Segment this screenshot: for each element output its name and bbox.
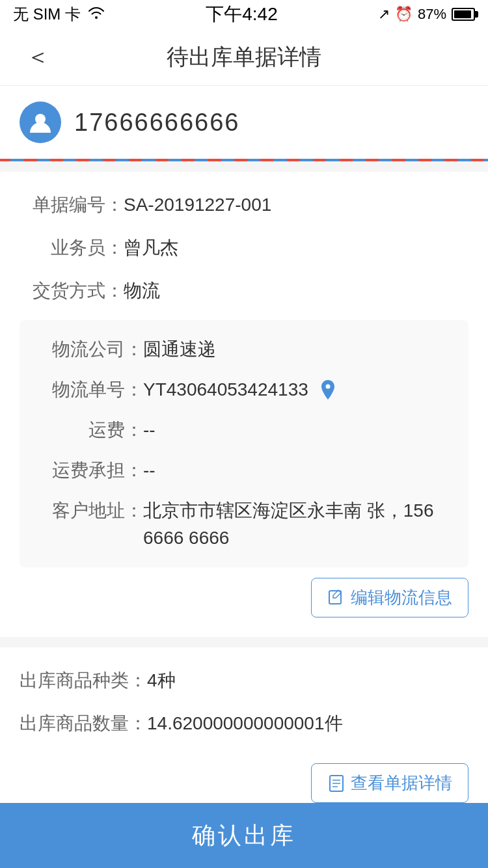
sales-person-row: 业务员： 曾凡杰 xyxy=(20,234,468,262)
logistics-company-row: 物流公司： 圆通速递 xyxy=(39,336,449,363)
battery-label: 87% xyxy=(418,6,446,23)
alarm-icon: ⏰ xyxy=(395,6,413,23)
delivery-method-label: 交货方式： xyxy=(20,277,124,305)
sales-person-value: 曾凡杰 xyxy=(124,234,468,262)
location-service-icon: ↗ xyxy=(378,6,390,23)
edit-icon xyxy=(327,589,346,607)
tracking-no-label: 物流单号： xyxy=(39,376,143,403)
freight-label: 运费： xyxy=(39,416,143,444)
customer-phone: 17666666666 xyxy=(74,109,239,137)
address-label: 客户地址： xyxy=(39,497,143,524)
view-detail-button[interactable]: 查看单据详情 xyxy=(311,763,468,803)
goods-type-label: 出库商品种类： xyxy=(20,667,147,694)
delivery-method-row: 交货方式： 物流 xyxy=(20,277,468,305)
goods-type-value: 4种 xyxy=(147,667,468,694)
edit-logistics-button[interactable]: 编辑物流信息 xyxy=(311,578,468,617)
status-left: 无 SIM 卡 xyxy=(13,4,105,25)
logistics-company-label: 物流公司： xyxy=(39,336,143,363)
detail-button-row: 查看单据详情 xyxy=(20,753,468,803)
logistics-company-value: 圆通速递 xyxy=(143,336,449,363)
confirm-button-label: 确认出库 xyxy=(192,820,296,852)
status-right: ↗ ⏰ 87% xyxy=(378,6,475,23)
freight-value: -- xyxy=(143,416,449,444)
customer-header: 17666666666 xyxy=(0,86,488,161)
freight-bearer-row: 运费承担： -- xyxy=(39,457,449,484)
sales-person-label: 业务员： xyxy=(20,234,124,262)
document-no-row: 单据编号： SA-20191227-001 xyxy=(20,191,468,219)
document-icon xyxy=(327,774,346,793)
avatar xyxy=(20,102,61,143)
logistics-card: 物流公司： 圆通速递 物流单号： YT43064053424133 运费： --… xyxy=(20,320,468,567)
freight-bearer-label: 运费承担： xyxy=(39,457,143,484)
page-title: 待出库单据详情 xyxy=(167,42,321,72)
freight-row: 运费： -- xyxy=(39,416,449,444)
edit-button-row: 编辑物流信息 xyxy=(20,567,468,617)
tracking-no-value: YT43064053424133 xyxy=(143,376,449,403)
carrier-label: 无 SIM 卡 xyxy=(13,4,81,25)
address-row: 客户地址： 北京市市辖区海淀区永丰南 张，156 6666 6666 xyxy=(39,497,449,552)
freight-bearer-value: -- xyxy=(143,457,449,484)
tracking-no-row: 物流单号： YT43064053424133 xyxy=(39,376,449,403)
confirm-area[interactable]: 确认出库 xyxy=(0,803,488,868)
delivery-method-value: 物流 xyxy=(124,277,468,305)
location-icon[interactable] xyxy=(316,378,340,401)
user-icon xyxy=(27,109,53,135)
document-no-label: 单据编号： xyxy=(20,191,124,219)
edit-logistics-label: 编辑物流信息 xyxy=(351,586,452,609)
status-time: 下午4:42 xyxy=(206,2,278,27)
battery-icon xyxy=(452,8,475,21)
address-value: 北京市市辖区海淀区永丰南 张，156 6666 6666 xyxy=(143,497,449,552)
wifi-icon xyxy=(87,6,105,23)
goods-section: 出库商品种类： 4种 出库商品数量： 14.620000000000001件 查… xyxy=(0,647,488,822)
goods-type-row: 出库商品种类： 4种 xyxy=(20,667,468,694)
goods-quantity-value: 14.620000000000001件 xyxy=(147,710,468,737)
goods-quantity-row: 出库商品数量： 14.620000000000001件 xyxy=(20,710,468,737)
view-detail-label: 查看单据详情 xyxy=(351,772,452,794)
back-button[interactable]: ＜ xyxy=(20,34,56,79)
nav-bar: ＜ 待出库单据详情 xyxy=(0,29,488,86)
status-bar: 无 SIM 卡 下午4:42 ↗ ⏰ 87% xyxy=(0,0,488,29)
document-no-value: SA-20191227-001 xyxy=(124,191,468,219)
goods-quantity-label: 出库商品数量： xyxy=(20,710,147,737)
order-info-section: 单据编号： SA-20191227-001 业务员： 曾凡杰 交货方式： 物流 … xyxy=(0,172,488,637)
